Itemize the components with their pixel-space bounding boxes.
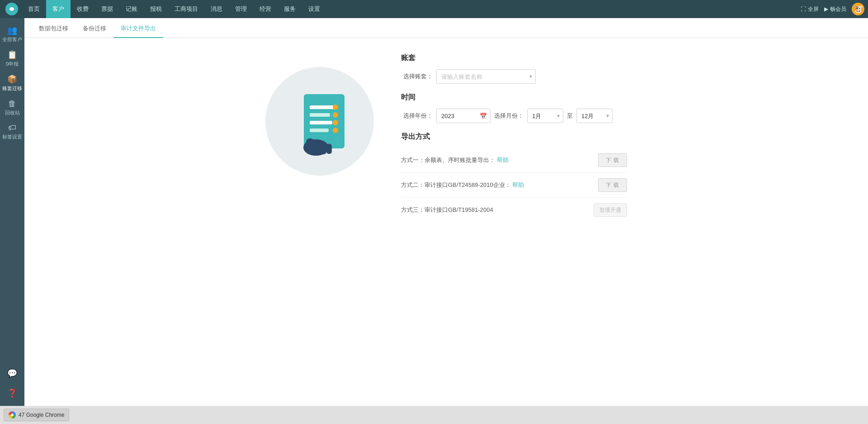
nav-message[interactable]: 消息 [204, 0, 229, 18]
nav-customer[interactable]: 客户 [46, 0, 71, 18]
nav-operate[interactable]: 经营 [253, 0, 278, 18]
tab-data-migration[interactable]: 数据包迁移 [32, 20, 75, 38]
sidebar-bottom: 💬 ❓ [0, 364, 24, 406]
svg-rect-13 [314, 142, 321, 154]
month-to-select[interactable]: 1月2月3月 4月5月6月 7月8月9月 10月11月 12月 [576, 109, 613, 123]
export-method-1-help-link[interactable]: 帮助 [497, 157, 509, 163]
tabs-bar: 数据包迁移 备份迁移 审计文件导出 [24, 18, 868, 38]
sidebar-item-zero-declaration[interactable]: 📋 0申报 [0, 46, 24, 71]
time-section-title: 时间 [401, 93, 627, 102]
year-input-wrap: 📅 [436, 109, 491, 123]
svg-rect-3 [310, 105, 335, 109]
illustration-svg [283, 81, 356, 162]
account-select-row: 选择账套： ▾ [401, 69, 627, 84]
nav-items: 首页 客户 收费 票据 记账 报税 工商项目 消息 管理 经营 服务 设置 [22, 0, 801, 18]
svg-point-9 [333, 120, 338, 125]
sidebar-item-account-migration-label: 账套迁移 [2, 86, 22, 91]
nav-manage[interactable]: 管理 [229, 0, 253, 18]
time-controls: 📅 选择月份： 1月2月3月 4月5月6月 7月8月9月 10月11月12月 ▾ [436, 109, 613, 123]
svg-point-8 [333, 112, 338, 118]
fullscreen-label: 全屏 [808, 5, 819, 13]
recycle-icon: 🗑 [8, 99, 16, 109]
nav-invoice[interactable]: 票据 [95, 0, 119, 18]
taskbar: 47 Google Chrome [0, 406, 868, 424]
sidebar-item-all-customers[interactable]: 👥 全部客户 [0, 22, 24, 46]
sidebar-chat-button[interactable]: 💬 [0, 364, 24, 382]
year-label: 选择年份： [401, 112, 433, 120]
sidebar-item-zero-declaration-label: 0申报 [6, 61, 19, 67]
tab-backup-migration[interactable]: 备份迁移 [75, 20, 113, 38]
export-method-3-row: 方式三：审计接口GB/T19581-2004 暂缓开通 [401, 198, 627, 222]
export-method-2-download-button[interactable]: 下 载 [598, 178, 627, 192]
nav-bizproject[interactable]: 工商项目 [168, 0, 204, 18]
top-nav: 首页 客户 收费 票据 记账 报税 工商项目 消息 管理 经营 服务 设置 ⛶ … [0, 0, 868, 18]
year-input[interactable] [436, 109, 491, 123]
export-method-1-row: 方式一：余额表、序时账批量导出： 帮助 下 载 [401, 148, 627, 173]
form-area: 账套 选择账套： ▾ 时间 选择年份： 📅 [401, 49, 627, 222]
avatar[interactable]: 🐮 [852, 3, 864, 15]
svg-rect-15 [326, 144, 332, 154]
nav-tax[interactable]: 报税 [144, 0, 168, 18]
logo[interactable] [4, 1, 20, 17]
account-search-input[interactable] [436, 69, 536, 84]
top-nav-right: ⛶ 全屏 ▶ 畅会员 🐮 [801, 3, 864, 15]
sidebar-item-recycle[interactable]: 🗑 回收站 [0, 95, 24, 119]
month-to-wrap: 1月2月3月 4月5月6月 7月8月9月 10月11月 12月 ▾ [576, 109, 613, 123]
sidebar-help-button[interactable]: ❓ [0, 384, 24, 402]
help-icon: ❓ [7, 388, 17, 398]
export-method-3-soon-button: 暂缓开通 [594, 203, 627, 217]
svg-rect-14 [321, 143, 326, 154]
account-section-title: 账套 [401, 53, 627, 63]
account-select-wrap: ▾ [436, 69, 536, 84]
member-button[interactable]: ▶ 畅会员 [824, 5, 846, 13]
content-area: 数据包迁移 备份迁移 审计文件导出 [24, 18, 868, 406]
export-method-1-download-button[interactable]: 下 载 [598, 153, 627, 167]
svg-rect-5 [310, 121, 332, 124]
svg-point-7 [333, 105, 338, 110]
svg-rect-4 [310, 113, 330, 117]
fullscreen-button[interactable]: ⛶ 全屏 [801, 5, 819, 13]
export-method-1-text: 方式一：余额表、序时账批量导出： [401, 157, 495, 163]
export-section-title: 导出方式 [401, 132, 627, 142]
sidebar-item-all-customers-label: 全部客户 [2, 37, 22, 43]
sidebar-item-tag-settings[interactable]: 🏷 标签设置 [0, 119, 24, 143]
export-method-3-label: 方式三：审计接口GB/T19581-2004 [401, 206, 594, 214]
svg-rect-12 [306, 138, 314, 154]
play-icon: ▶ [824, 6, 828, 12]
fullscreen-icon: ⛶ [801, 6, 806, 12]
taskbar-chrome-item[interactable]: 47 Google Chrome [4, 409, 69, 421]
chrome-icon [9, 411, 16, 419]
month-from-select[interactable]: 1月2月3月 4月5月6月 7月8月9月 10月11月12月 [527, 109, 563, 123]
sidebar-item-tag-settings-label: 标签设置 [2, 134, 22, 140]
export-method-2-label: 方式二：审计接口GB/T24589-2010企业： 帮助 [401, 181, 598, 189]
customers-icon: 👥 [7, 25, 17, 35]
export-method-3-text: 方式三：审计接口GB/T19581-2004 [401, 206, 493, 213]
nav-service[interactable]: 服务 [278, 0, 302, 18]
svg-point-1 [10, 7, 14, 11]
month-label: 选择月份： [494, 112, 524, 120]
nav-settings[interactable]: 设置 [302, 0, 326, 18]
svg-point-10 [333, 128, 338, 133]
nav-home[interactable]: 首页 [22, 0, 46, 18]
export-method-2-row: 方式二：审计接口GB/T24589-2010企业： 帮助 下 载 [401, 173, 627, 198]
illustration-circle [265, 67, 374, 176]
tag-icon: 🏷 [8, 123, 16, 133]
export-method-2-text: 方式二：审计接口GB/T24589-2010企业： [401, 181, 511, 188]
time-row: 选择年份： 📅 选择月份： 1月2月3月 4月5月6月 7月8月9月 [401, 109, 627, 123]
nav-accounting[interactable]: 记账 [119, 0, 144, 18]
sidebar-item-account-migration[interactable]: 📦 账套迁移 [0, 71, 24, 95]
export-method-1-label: 方式一：余额表、序时账批量导出： 帮助 [401, 156, 598, 164]
nav-fee[interactable]: 收费 [71, 0, 95, 18]
member-label: 畅会员 [830, 5, 846, 13]
declaration-icon: 📋 [7, 50, 17, 60]
sidebar: 👥 全部客户 📋 0申报 📦 账套迁移 🗑 回收站 🏷 标签设置 💬 ❓ [0, 18, 24, 406]
page-content: 账套 选择账套： ▾ 时间 选择年份： 📅 [24, 38, 868, 406]
export-method-2-help-link[interactable]: 帮助 [512, 181, 524, 188]
tab-audit-export[interactable]: 审计文件导出 [113, 20, 163, 38]
month-from-wrap: 1月2月3月 4月5月6月 7月8月9月 10月11月12月 ▾ [527, 109, 563, 123]
main-layout: 👥 全部客户 📋 0申报 📦 账套迁移 🗑 回收站 🏷 标签设置 💬 ❓ [0, 18, 868, 406]
to-label: 至 [567, 112, 573, 120]
sidebar-item-recycle-label: 回收站 [5, 110, 20, 116]
illustration-wrap [265, 67, 374, 176]
chat-icon: 💬 [7, 368, 17, 378]
